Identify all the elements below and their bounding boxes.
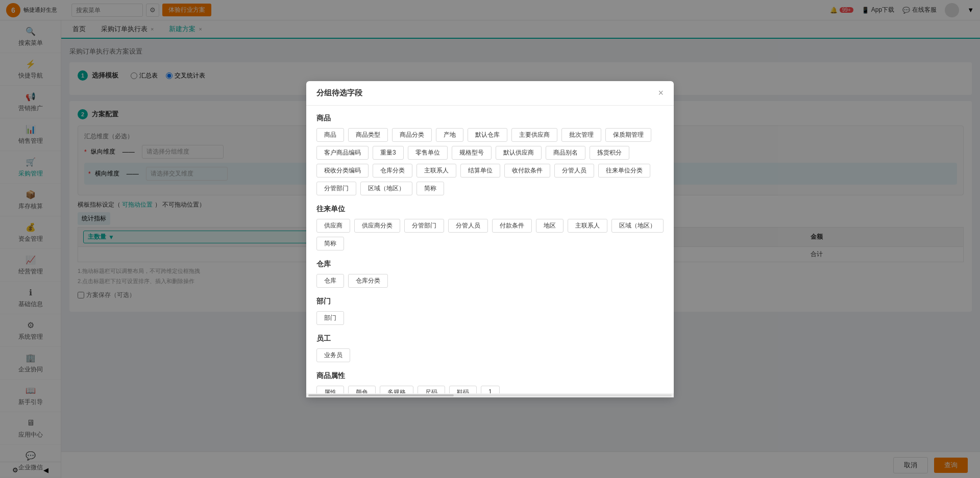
- modal-title: 分组待选字段: [316, 88, 362, 98]
- field-tag-salesperson[interactable]: 业务员: [316, 348, 350, 362]
- field-tag-attribute[interactable]: 属性: [316, 386, 344, 393]
- field-tag-unit-category[interactable]: 往来单位分类: [598, 164, 650, 178]
- field-tag-main-contact-partner[interactable]: 主联系人: [568, 219, 607, 233]
- field-tag-expiry-mgmt[interactable]: 保质期管理: [605, 128, 651, 142]
- field-group-partner-title: 往来单位: [316, 205, 664, 214]
- field-tag-area-region[interactable]: 区域（地区）: [611, 219, 664, 233]
- field-tag-payment-cond[interactable]: 付款条件: [492, 219, 532, 233]
- field-group-goods-attr-title: 商品属性: [316, 371, 664, 381]
- field-group-dept: 部门 部门: [316, 297, 664, 325]
- field-tag-shoe-size[interactable]: 鞋码: [449, 386, 477, 393]
- field-tag-goods-category[interactable]: 商品分类: [392, 128, 432, 142]
- field-tags-partner: 供应商 供应商分类 分管部门 分管人员 付款条件 地区 主联系人 区域（地区） …: [316, 219, 664, 250]
- field-tags-goods: 商品 商品类型 商品分类 产地 默认仓库 主要供应商 批次管理 保质期管理 客户…: [316, 128, 664, 195]
- scroll-thumb: [308, 394, 454, 396]
- field-tag-multi-spec[interactable]: 多规格: [380, 386, 413, 393]
- field-group-dept-title: 部门: [316, 297, 664, 306]
- field-tag-spec-model[interactable]: 规格型号: [452, 146, 492, 160]
- field-tag-origin[interactable]: 产地: [436, 128, 463, 142]
- field-tags-employee: 业务员: [316, 348, 664, 362]
- field-group-warehouse: 仓库 仓库 仓库分类: [316, 260, 664, 288]
- field-tag-dept[interactable]: 部门: [316, 311, 344, 325]
- modal-horizontal-scroll[interactable]: [306, 393, 674, 397]
- field-tag-manager-partner[interactable]: 分管人员: [448, 219, 488, 233]
- field-tag-pick-points[interactable]: 拣货积分: [590, 146, 629, 160]
- field-tag-main-contact[interactable]: 主联系人: [416, 164, 456, 178]
- field-tag-weight3[interactable]: 重量3: [373, 146, 404, 160]
- field-tags-dept: 部门: [316, 311, 664, 325]
- field-tag-customer-code[interactable]: 客户商品编码: [316, 146, 369, 160]
- field-tag-warehouse-cat[interactable]: 仓库分类: [348, 274, 388, 288]
- field-tag-main-supplier[interactable]: 主要供应商: [511, 128, 557, 142]
- field-group-warehouse-title: 仓库: [316, 260, 664, 269]
- field-tag-batch-mgmt[interactable]: 批次管理: [561, 128, 601, 142]
- field-tags-goods-attr: 属性 颜色 多规格 尺码 鞋码 1: [316, 386, 664, 393]
- field-tag-dept-managed-partner[interactable]: 分管部门: [404, 219, 444, 233]
- field-tag-color[interactable]: 颜色: [348, 386, 376, 393]
- field-tag-size[interactable]: 尺码: [418, 386, 445, 393]
- field-tag-settlement-unit[interactable]: 结算单位: [460, 164, 500, 178]
- field-group-partner: 往来单位 供应商 供应商分类 分管部门 分管人员 付款条件 地区 主联系人 区域…: [316, 205, 664, 250]
- modal-header: 分组待选字段 ×: [306, 81, 674, 106]
- field-tags-warehouse: 仓库 仓库分类: [316, 274, 664, 288]
- field-tag-supplier[interactable]: 供应商: [316, 219, 350, 233]
- field-tag-tax-code[interactable]: 税收分类编码: [316, 164, 369, 178]
- field-tag-warehouse-category[interactable]: 仓库分类: [373, 164, 412, 178]
- field-tag-dept-managed[interactable]: 分管部门: [316, 182, 356, 195]
- modal-close-button[interactable]: ×: [658, 88, 664, 97]
- modal-body: 商品 商品 商品类型 商品分类 产地 默认仓库 主要供应商 批次管理 保质期管理…: [306, 106, 674, 393]
- modal: 分组待选字段 × 商品 商品 商品类型 商品分类 产地 默认仓库 主要供应商 批…: [306, 81, 674, 397]
- field-tag-default-warehouse[interactable]: 默认仓库: [468, 128, 507, 142]
- field-group-goods: 商品 商品 商品类型 商品分类 产地 默认仓库 主要供应商 批次管理 保质期管理…: [316, 114, 664, 195]
- field-tag-goods-type[interactable]: 商品类型: [348, 128, 388, 142]
- field-tag-abbr-goods[interactable]: 简称: [416, 182, 444, 195]
- scroll-track: [308, 394, 672, 396]
- field-group-goods-attr: 商品属性 属性 颜色 多规格 尺码 鞋码 1: [316, 371, 664, 393]
- field-tag-supplier-category[interactable]: 供应商分类: [354, 219, 400, 233]
- field-tag-goods-alias[interactable]: 商品别名: [546, 146, 585, 160]
- field-tag-warehouse[interactable]: 仓库: [316, 274, 344, 288]
- field-tag-payment-terms[interactable]: 收付款条件: [504, 164, 550, 178]
- field-tag-attr-1[interactable]: 1: [481, 386, 500, 393]
- field-tag-default-supplier[interactable]: 默认供应商: [496, 146, 542, 160]
- field-group-employee: 员工 业务员: [316, 334, 664, 362]
- field-tag-region-goods[interactable]: 区域（地区）: [360, 182, 412, 195]
- field-tag-goods[interactable]: 商品: [316, 128, 344, 142]
- field-tag-region-partner[interactable]: 地区: [536, 219, 564, 233]
- field-group-employee-title: 员工: [316, 334, 664, 343]
- modal-overlay[interactable]: 分组待选字段 × 商品 商品 商品类型 商品分类 产地 默认仓库 主要供应商 批…: [0, 0, 980, 478]
- field-tag-manager[interactable]: 分管人员: [554, 164, 594, 178]
- field-tag-abbr-partner[interactable]: 简称: [316, 237, 344, 250]
- field-tag-retail-unit[interactable]: 零售单位: [408, 146, 448, 160]
- field-group-goods-title: 商品: [316, 114, 664, 123]
